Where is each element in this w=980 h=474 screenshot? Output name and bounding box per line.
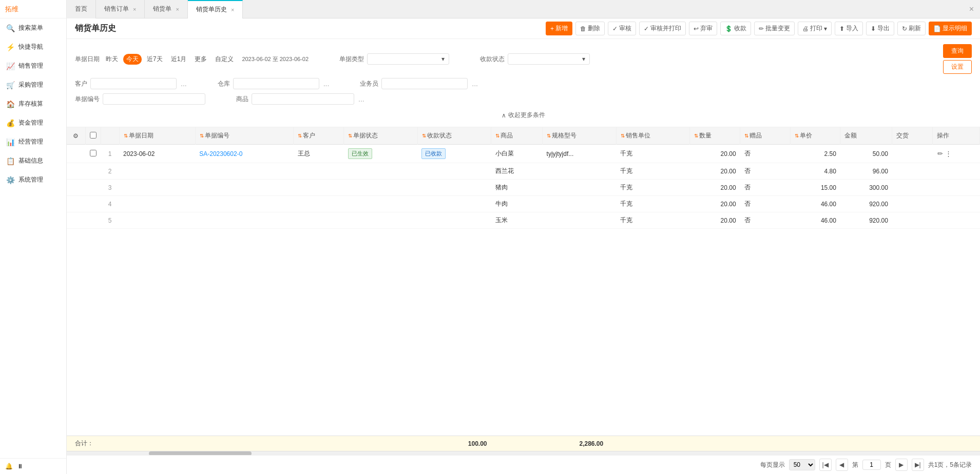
collect-btn-label: 收款 xyxy=(734,24,746,33)
cell-price: 4.80 xyxy=(790,163,840,180)
th-checkbox[interactable] xyxy=(85,127,101,145)
sidebar-item-sales-mgmt[interactable]: 📈 销售管理 xyxy=(0,56,66,75)
tab-sales-history[interactable]: 销货单历史 × xyxy=(188,0,243,18)
tab-sales-goods[interactable]: 销货单 × xyxy=(145,0,187,18)
sidebar-item-label: 采购管理 xyxy=(18,81,43,89)
edit-action-icon[interactable]: ✏ xyxy=(937,150,943,157)
abandon-button[interactable]: ↩ 弃审 xyxy=(689,22,717,35)
last-page-button[interactable]: ▶| xyxy=(912,459,924,471)
horizontal-scrollbar[interactable] xyxy=(67,451,980,455)
setting-button[interactable]: 设置 xyxy=(943,60,972,74)
goods-label: 商品 xyxy=(236,95,248,104)
th-price[interactable]: ⇅单价 xyxy=(790,127,840,145)
sort-icon-pay-status: ⇅ xyxy=(422,133,426,139)
th-customer[interactable]: ⇅客户 xyxy=(294,127,344,145)
page-number-input[interactable] xyxy=(862,460,881,470)
cell-unit: 千克 xyxy=(616,163,690,180)
refresh-button[interactable]: ↻ 刷新 xyxy=(897,22,926,35)
date-tab-1month[interactable]: 近1月 xyxy=(168,54,190,65)
th-pay-status[interactable]: ⇅收款状态 xyxy=(417,127,491,145)
next-page-button[interactable]: ▶ xyxy=(895,459,908,471)
th-qty[interactable]: ⇅数量 xyxy=(690,127,740,145)
customer-input[interactable] xyxy=(90,78,177,89)
pay-status-select[interactable]: ▾ xyxy=(508,53,590,65)
cell-check[interactable] xyxy=(85,196,101,212)
per-page-select[interactable]: 50 20 100 xyxy=(789,459,815,470)
content-body: 销货单历史 + 新增 🗑 删除 ✓ 审核 ✓ 审核并打印 ↩ 弃审 xyxy=(67,18,980,474)
collect-button[interactable]: 💲 收款 xyxy=(720,22,751,35)
goods-input[interactable] xyxy=(252,93,354,105)
cell-date xyxy=(119,180,195,196)
sidebar-item-fund-mgmt[interactable]: 💰 资金管理 xyxy=(0,113,66,132)
cell-customer xyxy=(294,180,344,196)
sidebar-item-operations-mgmt[interactable]: 📊 经营管理 xyxy=(0,132,66,151)
row-checkbox[interactable] xyxy=(90,150,97,156)
staff-picker[interactable]: ... xyxy=(472,80,478,88)
tab-home[interactable]: 首页 xyxy=(67,0,96,18)
cell-amount: 920.00 xyxy=(840,212,892,229)
sidebar-item-purchase-mgmt[interactable]: 🛒 采购管理 xyxy=(0,75,66,94)
goods-picker[interactable]: ... xyxy=(358,95,364,103)
pause-icon[interactable]: ⏸ xyxy=(17,463,23,470)
show-detail-button[interactable]: 📄 显示明细 xyxy=(929,22,972,35)
cell-check[interactable] xyxy=(85,145,101,163)
delete-button[interactable]: 🗑 删除 xyxy=(575,22,605,35)
first-page-button[interactable]: |◀ xyxy=(819,459,832,471)
close-tab-sales-goods[interactable]: × xyxy=(176,6,179,12)
collapse-filter-button[interactable]: ∧ 收起更多条件 xyxy=(75,109,972,122)
batch-change-button[interactable]: ✏ 批量变更 xyxy=(754,22,795,35)
export-button[interactable]: ⬇ 导出 xyxy=(866,22,894,35)
tab-sales-order[interactable]: 销售订单 × xyxy=(96,0,145,18)
cell-spec xyxy=(543,196,617,212)
staff-input[interactable] xyxy=(381,78,468,89)
th-date[interactable]: ⇅单据日期 xyxy=(119,127,195,145)
warehouse-input[interactable] xyxy=(233,78,319,89)
th-goods[interactable]: ⇅商品 xyxy=(491,127,543,145)
more-action-icon[interactable]: ⋮ xyxy=(945,150,952,157)
doc-no-input[interactable] xyxy=(103,93,205,105)
cell-pay-status xyxy=(417,196,491,212)
date-tab-yesterday[interactable]: 昨天 xyxy=(103,54,121,65)
th-gift[interactable]: ⇅赠品 xyxy=(740,127,791,145)
th-doc-status[interactable]: ⇅单据状态 xyxy=(344,127,418,145)
close-all-tabs-button[interactable]: × xyxy=(963,5,980,14)
query-button[interactable]: 查询 xyxy=(943,44,972,58)
th-unit[interactable]: ⇅销售单位 xyxy=(616,127,690,145)
cell-check[interactable] xyxy=(85,212,101,229)
cell-customer xyxy=(294,212,344,229)
notification-icon[interactable]: 🔔 xyxy=(5,463,13,470)
cell-check[interactable] xyxy=(85,163,101,180)
close-tab-sales-history[interactable]: × xyxy=(231,7,234,13)
doc-type-select[interactable]: ▾ xyxy=(367,53,449,65)
new-button[interactable]: + 新增 xyxy=(546,22,572,35)
th-settings[interactable]: ⚙ xyxy=(67,127,85,145)
print-icon: 🖨 xyxy=(802,25,809,32)
doc-no-link[interactable]: SA-20230602-0 xyxy=(199,150,242,157)
pay-status-dropdown-icon: ▾ xyxy=(582,55,585,63)
sidebar-item-basic-info[interactable]: 📋 基础信息 xyxy=(0,151,66,170)
cell-check[interactable] xyxy=(85,180,101,196)
sidebar-item-quick-nav[interactable]: ⚡ 快捷导航 xyxy=(0,37,66,56)
sort-icon-price: ⇅ xyxy=(795,133,799,139)
sidebar-item-search-menu[interactable]: 🔍 搜索菜单 xyxy=(0,18,66,37)
customer-picker[interactable]: ... xyxy=(181,80,187,88)
close-tab-sales-order[interactable]: × xyxy=(133,6,136,12)
select-all-checkbox[interactable] xyxy=(90,132,97,139)
date-tab-7days[interactable]: 近7天 xyxy=(144,54,166,65)
tab-sales-goods-label: 销货单 xyxy=(153,5,171,13)
warehouse-picker[interactable]: ... xyxy=(323,80,330,88)
audit-button[interactable]: ✓ 审核 xyxy=(608,22,636,35)
cell-qty: 20.00 xyxy=(690,180,740,196)
print-button[interactable]: 🖨 打印 ▾ xyxy=(798,22,832,35)
th-goods-label: 商品 xyxy=(501,132,513,139)
th-doc-no[interactable]: ⇅单据编号 xyxy=(195,127,294,145)
sidebar-item-inventory-calc[interactable]: 🏠 库存核算 xyxy=(0,94,66,113)
audit-print-button[interactable]: ✓ 审核并打印 xyxy=(639,22,686,35)
date-tab-today[interactable]: 今天 xyxy=(123,54,142,65)
prev-page-button[interactable]: ◀ xyxy=(836,459,848,471)
date-tab-custom[interactable]: 自定义 xyxy=(212,54,237,65)
sidebar-item-system-mgmt[interactable]: ⚙️ 系统管理 xyxy=(0,170,66,189)
import-button[interactable]: ⬆ 导入 xyxy=(835,22,863,35)
date-tab-more[interactable]: 更多 xyxy=(191,54,210,65)
th-spec[interactable]: ⇅规格型号 xyxy=(543,127,617,145)
